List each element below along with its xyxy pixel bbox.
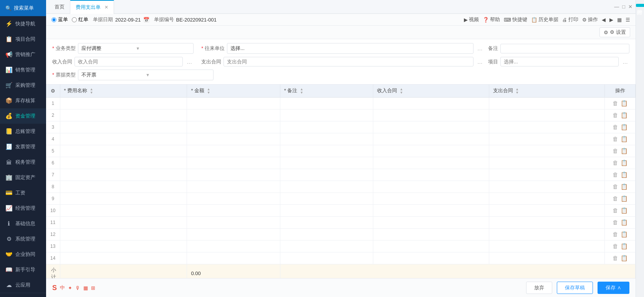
sidebar-item-project-contract[interactable]: 📋项目合同 — [0, 32, 46, 47]
view-grid[interactable]: ▦ — [617, 17, 622, 23]
sidebar-item-operations[interactable]: 📈经营管理 — [0, 201, 46, 216]
cell-expense-name[interactable] — [60, 192, 187, 204]
cell-income-contract[interactable] — [373, 169, 489, 181]
save-button[interactable]: 保存 ∧ — [598, 282, 629, 294]
discard-button[interactable]: 放弃 — [526, 282, 552, 294]
cell-income-contract[interactable] — [373, 121, 489, 133]
income-contract-more[interactable]: … — [185, 59, 194, 65]
sidebar-item-enterprise[interactable]: 🤝企业协同 — [0, 247, 46, 262]
action-shortcut[interactable]: ⌨ 快捷键 — [504, 16, 527, 23]
cell-expense-name[interactable] — [60, 228, 187, 240]
sidebar-item-purchase[interactable]: 🛒采购管理 — [0, 78, 46, 93]
cell-expense-contract[interactable] — [489, 157, 604, 169]
partner-more[interactable]: … — [476, 45, 484, 51]
delete-icon[interactable]: 🗑 — [613, 255, 618, 261]
col-settings[interactable]: ⚙ — [46, 85, 60, 97]
copy-icon[interactable]: 📋 — [621, 124, 628, 131]
partner-select[interactable]: 选择... — [227, 43, 473, 54]
cell-amount[interactable] — [187, 109, 280, 121]
cell-income-contract[interactable] — [373, 228, 489, 240]
sidebar-item-marketing[interactable]: 📢营销推广 — [0, 47, 46, 62]
project-input[interactable] — [500, 57, 619, 66]
window-close[interactable]: ✕ — [628, 4, 632, 10]
tab-expense-close[interactable]: ✕ — [104, 5, 108, 10]
calendar-icon[interactable]: 📅 — [143, 17, 149, 23]
sidebar-item-guide[interactable]: 📖新手引导 — [0, 262, 46, 277]
cell-amount[interactable] — [187, 145, 280, 157]
cell-income-contract[interactable] — [373, 204, 489, 216]
action-print[interactable]: 🖨 打印 — [562, 16, 578, 23]
cell-note[interactable] — [280, 204, 373, 216]
copy-icon[interactable]: 📋 — [621, 195, 628, 202]
action-video[interactable]: ▶ 视频 — [464, 16, 479, 23]
income-contract-input[interactable] — [74, 57, 183, 66]
cell-income-contract[interactable] — [373, 192, 489, 204]
cell-income-contract[interactable] — [373, 145, 489, 157]
settings-button[interactable]: ⚙ ⚙ 设置 — [599, 27, 630, 37]
sidebar-item-invoice[interactable]: 🧾发票管理 — [0, 139, 46, 154]
cell-expense-name[interactable] — [60, 204, 187, 216]
cell-expense-name[interactable] — [60, 169, 187, 181]
delete-icon[interactable]: 🗑 — [613, 219, 618, 226]
cell-expense-contract[interactable] — [489, 109, 604, 121]
cell-note[interactable] — [280, 252, 373, 264]
cell-note[interactable] — [280, 192, 373, 204]
cell-expense-name[interactable] — [60, 240, 187, 252]
cell-expense-contract[interactable] — [489, 252, 604, 264]
cell-note[interactable] — [280, 240, 373, 252]
delete-icon[interactable]: 🗑 — [613, 112, 618, 118]
copy-icon[interactable]: 📋 — [621, 255, 628, 262]
invoice-type-select[interactable]: 不开票 ▼ — [78, 70, 214, 80]
expense-contract-more[interactable]: … — [476, 59, 484, 65]
delete-icon[interactable]: 🗑 — [613, 148, 618, 154]
delete-icon[interactable]: 🗑 — [613, 136, 618, 142]
cell-note[interactable] — [280, 228, 373, 240]
sidebar-item-fixed-assets[interactable]: 🏢固定资产 — [0, 170, 46, 185]
cell-amount[interactable] — [187, 157, 280, 169]
cell-expense-name[interactable] — [60, 157, 187, 169]
sidebar-item-basic-info[interactable]: ℹ基础信息 — [0, 216, 46, 231]
col-note-sort[interactable]: ▲▼ — [300, 88, 303, 95]
delete-icon[interactable]: 🗑 — [613, 231, 618, 237]
sidebar-search[interactable]: 🔍 搜索菜单 — [0, 0, 46, 16]
cell-expense-contract[interactable] — [489, 204, 604, 216]
cell-expense-contract[interactable] — [489, 145, 604, 157]
cell-note[interactable] — [280, 157, 373, 169]
cell-amount[interactable] — [187, 228, 280, 240]
col-expense-sort[interactable]: ▲▼ — [90, 88, 93, 95]
cell-expense-contract[interactable] — [489, 133, 604, 145]
delete-icon[interactable]: 🗑 — [613, 207, 618, 214]
cell-income-contract[interactable] — [373, 97, 489, 109]
col-amount-sort[interactable]: ▲▼ — [207, 88, 210, 95]
cell-note[interactable] — [280, 121, 373, 133]
copy-icon[interactable]: 📋 — [621, 171, 628, 178]
cell-expense-name[interactable] — [60, 121, 187, 133]
cell-amount[interactable] — [187, 216, 280, 228]
cell-expense-name[interactable] — [60, 216, 187, 228]
cell-note[interactable] — [280, 216, 373, 228]
cell-expense-contract[interactable] — [489, 121, 604, 133]
col-income-sort[interactable]: ▲▼ — [400, 88, 403, 95]
cell-income-contract[interactable] — [373, 133, 489, 145]
cell-expense-name[interactable] — [60, 133, 187, 145]
cell-expense-name[interactable] — [60, 109, 187, 121]
cell-income-contract[interactable] — [373, 157, 489, 169]
cell-note[interactable] — [280, 169, 373, 181]
cell-note[interactable] — [280, 181, 373, 192]
cell-amount[interactable] — [187, 121, 280, 133]
copy-icon[interactable]: 📋 — [621, 243, 628, 250]
cell-expense-name[interactable] — [60, 181, 187, 192]
cell-expense-name[interactable] — [60, 252, 187, 264]
cell-expense-contract[interactable] — [489, 216, 604, 228]
cell-note[interactable] — [280, 145, 373, 157]
cell-income-contract[interactable] — [373, 252, 489, 264]
cell-amount[interactable] — [187, 169, 280, 181]
cell-amount[interactable] — [187, 192, 280, 204]
cell-amount[interactable] — [187, 133, 280, 145]
cell-expense-contract[interactable] — [489, 97, 604, 109]
cell-expense-name[interactable] — [60, 145, 187, 157]
cell-amount[interactable] — [187, 181, 280, 192]
copy-icon[interactable]: 📋 — [621, 207, 628, 214]
cell-amount[interactable] — [187, 204, 280, 216]
sidebar-item-payroll[interactable]: 💳工资 — [0, 185, 46, 201]
